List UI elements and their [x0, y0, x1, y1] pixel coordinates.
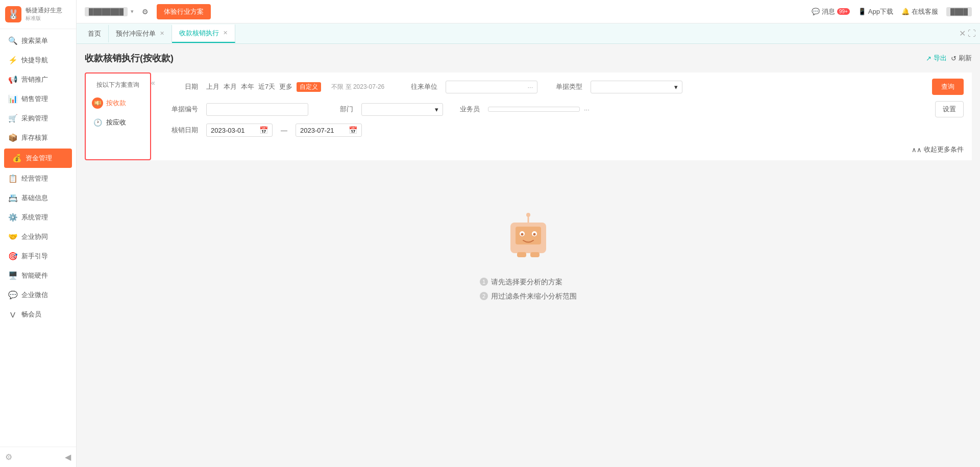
dept-select[interactable]: ▾	[361, 103, 443, 116]
logo-text: 畅捷通好生意	[26, 7, 62, 15]
action-buttons-top: 查询	[932, 79, 964, 95]
collapse-icon: ∧∧	[912, 146, 922, 154]
sidebar-item-member[interactable]: V 畅会员	[0, 305, 76, 324]
sidebar-item-basic-info[interactable]: 📇 基础信息	[0, 188, 76, 208]
topbar-chevron-icon[interactable]: ▾	[131, 8, 134, 15]
verify-date-start-calendar-icon[interactable]: 📅	[259, 126, 268, 134]
empty-hint-1: 1 请先选择要分析的方案	[480, 275, 577, 289]
tab-home[interactable]: 首页	[81, 25, 109, 42]
topbar: ████████ ▾ ⚙ 体验行业方案 💬 消息 99+ 📱 App下载 🔔 在…	[77, 0, 980, 23]
sidebar-item-sales[interactable]: 📊 销售管理	[0, 89, 76, 109]
online-service-button[interactable]: 🔔 在线客服	[901, 7, 938, 16]
filter-option-by-receivable[interactable]: 🕐 按应收	[86, 113, 150, 132]
topbar-brand-name: ████████	[85, 7, 128, 16]
inventory-icon: 📦	[8, 133, 17, 142]
content-area: 收款核销执行(按收款) ↗ 导出 ↺ 刷新 按以下方案查询 💴 按收款	[77, 44, 980, 467]
by-receipt-icon: 💴	[92, 97, 103, 109]
shortcut-7days[interactable]: 近7天	[258, 82, 275, 91]
sidebar-item-search[interactable]: 🔍 搜索菜单	[0, 31, 76, 51]
filter-form: 日期 上月 本月 本年 近7天 更多 自定义 不限 至 2023-07-26 往…	[161, 72, 972, 160]
staff-input-wrapper: ···	[488, 106, 594, 113]
sidebar-menu: 🔍 搜索菜单 ⚡ 快捷导航 📢 营销推广 📊 销售管理 🛒 采购管理 📦 库存核…	[0, 29, 76, 447]
export-button[interactable]: ↗ 导出	[926, 54, 947, 63]
tab-receipt[interactable]: 收款核销执行 ✕	[172, 24, 235, 43]
tab-expand-btn[interactable]: ⛶	[968, 29, 976, 38]
sidebar-item-shortcut[interactable]: ⚡ 快捷导航	[0, 51, 76, 70]
doc-type-chevron-icon: ▾	[674, 83, 678, 91]
message-button[interactable]: 💬 消息 99+	[812, 7, 850, 16]
verify-date-end-calendar-icon[interactable]: 📅	[349, 126, 357, 134]
doc-type-select[interactable]: ▾	[591, 81, 682, 93]
settings-btn-wrapper: 设置	[935, 101, 964, 117]
shortcut-last-month[interactable]: 上月	[206, 82, 219, 91]
staff-input[interactable]	[488, 107, 580, 112]
counterparty-input[interactable]: ···	[446, 81, 537, 93]
sidebar-item-inventory[interactable]: 📦 库存核算	[0, 128, 76, 148]
filter-option-by-receipt[interactable]: 💴 按收款	[86, 93, 150, 113]
shortcut-this-year[interactable]: 本年	[241, 82, 254, 91]
settings-footer-icon[interactable]: ⚙	[5, 452, 12, 462]
settings-button[interactable]: 设置	[935, 101, 964, 117]
collapse-sidebar-icon[interactable]: ◀	[65, 452, 71, 462]
doc-no-input[interactable]	[206, 103, 308, 116]
filter-collapse-button[interactable]: «	[151, 72, 161, 160]
sidebar-item-guide[interactable]: 🎯 新手引导	[0, 247, 76, 266]
sidebar-item-purchase[interactable]: 🛒 采购管理	[0, 109, 76, 128]
verify-date-label: 核销日期	[169, 126, 198, 135]
operation-icon: 📋	[8, 174, 17, 183]
main-area: ████████ ▾ ⚙ 体验行业方案 💬 消息 99+ 📱 App下载 🔔 在…	[77, 0, 980, 467]
date-nolimit-text: 不限 至 2023-07-26	[331, 83, 384, 91]
tab-prepay[interactable]: 预付冲应付单 ✕	[109, 25, 172, 42]
empty-svg-icon	[498, 207, 559, 268]
marketing-icon: 📢	[8, 75, 17, 84]
sidebar-item-wechat[interactable]: 💬 企业微信	[0, 285, 76, 305]
filter-area: 按以下方案查询 💴 按收款 🕐 按应收 « 日期 上月	[85, 72, 972, 160]
collapse-more-button[interactable]: ∧∧ 收起更多条件	[912, 145, 964, 154]
verify-date-start-input[interactable]: 2023-03-01 📅	[206, 124, 273, 137]
solution-button[interactable]: 体验行业方案	[157, 4, 211, 19]
sidebar-item-system[interactable]: ⚙️ 系统管理	[0, 208, 76, 227]
doc-no-label: 单据编号	[169, 105, 198, 114]
shortcut-more[interactable]: 更多	[279, 82, 292, 91]
collapse-more-wrapper: ∧∧ 收起更多条件	[169, 143, 964, 154]
basic-info-icon: 📇	[8, 193, 17, 203]
export-icon: ↗	[926, 55, 932, 62]
svg-point-4	[521, 233, 524, 236]
filter-row-3: 核销日期 2023-03-01 📅 — 2023-07-21 📅	[169, 124, 964, 137]
query-button[interactable]: 查询	[932, 79, 964, 95]
page-actions: ↗ 导出 ↺ 刷新	[926, 54, 972, 63]
svg-point-7	[526, 213, 530, 217]
dept-chevron-icon: ▾	[435, 106, 438, 113]
shortcut-icon: ⚡	[8, 56, 17, 65]
app-download-button[interactable]: 📱 App下载	[858, 7, 893, 16]
tab-receipt-close-icon[interactable]: ✕	[223, 30, 228, 36]
message-icon: 💬	[812, 8, 820, 15]
verify-date-end-input[interactable]: 2023-07-21 📅	[296, 124, 362, 137]
topbar-gear-icon[interactable]: ⚙	[142, 8, 149, 16]
filter-row-1: 日期 上月 本月 本年 近7天 更多 自定义 不限 至 2023-07-26 往…	[169, 79, 964, 95]
sidebar-item-finance[interactable]: 💰 资金管理	[4, 149, 72, 168]
sidebar-item-marketing[interactable]: 📢 营销推广	[0, 70, 76, 89]
shortcut-this-month[interactable]: 本月	[224, 82, 237, 91]
sidebar-item-operation[interactable]: 📋 经营管理	[0, 169, 76, 188]
system-icon: ⚙️	[8, 213, 17, 222]
counterparty-dots-icon: ···	[527, 83, 533, 91]
app-icon: 📱	[858, 8, 866, 15]
collab-icon: 🤝	[8, 232, 17, 241]
counterparty-label: 往来单位	[409, 82, 437, 91]
empty-state: 1 请先选择要分析的方案 2 用过滤条件来缩小分析范围	[85, 166, 972, 344]
sidebar-item-collab[interactable]: 🤝 企业协同	[0, 227, 76, 247]
staff-label: 业务员	[459, 105, 480, 114]
empty-text-block: 1 请先选择要分析的方案 2 用过滤条件来缩小分析范围	[480, 275, 577, 303]
custom-date-badge[interactable]: 自定义	[297, 82, 321, 92]
tab-close-all-btn[interactable]: ✕	[959, 29, 966, 38]
page-title-text: 收款核销执行(按收款)	[85, 52, 174, 64]
sidebar-footer: ⚙ ◀	[0, 447, 76, 467]
staff-dots-icon[interactable]: ···	[580, 106, 594, 113]
refresh-icon: ↺	[951, 55, 957, 62]
refresh-button[interactable]: ↺ 刷新	[951, 54, 972, 63]
hardware-icon: 🖥️	[8, 271, 17, 280]
tab-prepay-close-icon[interactable]: ✕	[160, 30, 164, 37]
topbar-username: ████	[946, 7, 972, 16]
sidebar-item-hardware[interactable]: 🖥️ 智能硬件	[0, 266, 76, 285]
